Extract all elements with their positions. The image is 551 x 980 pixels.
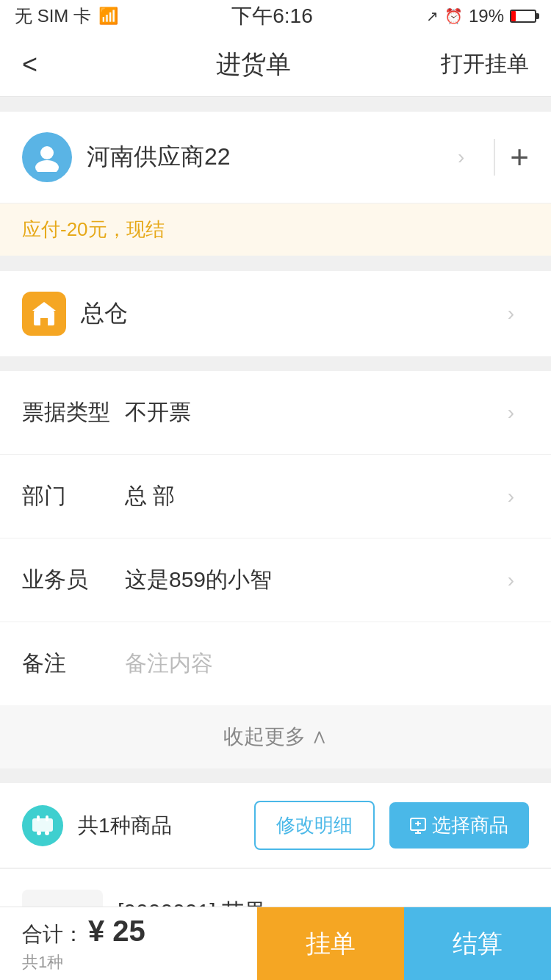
supplier-chevron-icon: › bbox=[458, 145, 464, 169]
footer-total: 合计： ¥ 25 共1种 bbox=[0, 915, 257, 973]
section-gap-4 bbox=[0, 768, 551, 783]
total-value: ¥ 25 bbox=[88, 915, 145, 948]
select-product-label: 选择商品 bbox=[432, 813, 508, 838]
status-bar-right: ↗ ⏰ 19% bbox=[426, 6, 536, 26]
supplier-row[interactable]: 河南供应商22 › + bbox=[0, 112, 551, 203]
nav-bar: < 进货单 打开挂单 bbox=[0, 32, 551, 97]
supplier-name: 河南供应商22 bbox=[87, 141, 458, 173]
supplier-icon bbox=[32, 143, 62, 172]
products-header: 共1种商品 修改明细 选择商品 bbox=[0, 783, 551, 868]
battery-icon bbox=[510, 10, 536, 23]
svg-point-8 bbox=[37, 831, 41, 835]
svg-rect-4 bbox=[40, 318, 48, 325]
department-chevron-icon: › bbox=[508, 485, 514, 508]
department-row[interactable]: 部门 总 部 › bbox=[0, 454, 551, 538]
warehouse-row[interactable]: 总仓 › bbox=[0, 271, 551, 356]
section-gap-3 bbox=[0, 356, 551, 371]
salesman-row[interactable]: 业务员 这是859的小智 › bbox=[0, 538, 551, 621]
salesman-value: 这是859的小智 bbox=[125, 565, 508, 595]
footer: 合计： ¥ 25 共1种 挂单 结算 bbox=[0, 907, 551, 980]
warehouse-chevron-icon: › bbox=[508, 302, 514, 325]
warehouse-icon bbox=[22, 292, 66, 336]
warehouse-name: 总仓 bbox=[81, 298, 508, 330]
warehouse-section: 总仓 › bbox=[0, 271, 551, 356]
salesman-label: 业务员 bbox=[22, 565, 125, 595]
open-pending-button[interactable]: 打开挂单 bbox=[441, 49, 529, 79]
svg-point-9 bbox=[45, 831, 49, 835]
svg-marker-3 bbox=[32, 302, 56, 311]
ticket-type-chevron-icon: › bbox=[508, 401, 514, 425]
remark-label: 备注 bbox=[22, 649, 125, 679]
notice-text: 应付-20元，现结 bbox=[22, 218, 165, 240]
svg-rect-7 bbox=[46, 815, 48, 821]
status-bar-left: 无 SIM 卡 📶 bbox=[15, 4, 118, 28]
edit-detail-button[interactable]: 修改明细 bbox=[254, 801, 375, 850]
supplier-avatar bbox=[22, 132, 72, 182]
supplier-section: 河南供应商22 › + 应付-20元，现结 bbox=[0, 112, 551, 256]
department-value: 总 部 bbox=[125, 481, 508, 511]
status-bar: 无 SIM 卡 📶 下午6:16 ↗ ⏰ 19% bbox=[0, 0, 551, 32]
svg-rect-5 bbox=[32, 818, 53, 832]
department-label: 部门 bbox=[22, 481, 125, 511]
svg-point-0 bbox=[40, 146, 54, 159]
salesman-chevron-icon: › bbox=[508, 569, 514, 592]
add-supplier-button[interactable]: + bbox=[510, 141, 529, 173]
wifi-icon: 📶 bbox=[98, 7, 118, 26]
select-product-icon bbox=[410, 818, 426, 834]
cart-icon bbox=[31, 814, 54, 837]
alarm-icon: ⏰ bbox=[444, 7, 463, 25]
form-section: 票据类型 不开票 › 部门 总 部 › 业务员 这是859的小智 › 备注 备注… bbox=[0, 371, 551, 705]
product-count-icon bbox=[22, 805, 63, 846]
select-product-button[interactable]: 选择商品 bbox=[389, 802, 529, 849]
product-count-text: 共1种商品 bbox=[78, 812, 240, 840]
carrier-label: 无 SIM 卡 bbox=[15, 4, 91, 28]
page-title: 进货单 bbox=[216, 48, 291, 82]
remark-row[interactable]: 备注 备注内容 bbox=[0, 621, 551, 705]
checkout-button[interactable]: 结算 bbox=[404, 907, 551, 981]
location-icon: ↗ bbox=[426, 7, 439, 25]
ticket-type-label: 票据类型 bbox=[22, 397, 125, 428]
svg-rect-6 bbox=[37, 815, 40, 821]
checkout-label: 结算 bbox=[453, 927, 503, 961]
collapse-label: 收起更多 ∧ bbox=[223, 723, 328, 751]
section-gap-1 bbox=[0, 97, 551, 112]
battery-percent: 19% bbox=[469, 6, 504, 26]
back-button[interactable]: < bbox=[22, 49, 66, 80]
collapse-row[interactable]: 收起更多 ∧ bbox=[0, 705, 551, 768]
total-amount: 合计： ¥ 25 bbox=[22, 915, 235, 948]
pending-label: 挂单 bbox=[306, 927, 356, 961]
pending-button[interactable]: 挂单 bbox=[257, 907, 404, 981]
remark-input[interactable]: 备注内容 bbox=[125, 649, 529, 679]
ticket-type-value: 不开票 bbox=[125, 397, 508, 428]
ticket-type-row[interactable]: 票据类型 不开票 › bbox=[0, 371, 551, 454]
warehouse-svg-icon bbox=[31, 300, 57, 327]
section-gap-2 bbox=[0, 256, 551, 271]
status-bar-time: 下午6:16 bbox=[231, 2, 313, 30]
notice-bar: 应付-20元，现结 bbox=[0, 203, 551, 256]
svg-point-1 bbox=[35, 160, 59, 172]
total-sub: 共1种 bbox=[22, 951, 235, 973]
divider bbox=[494, 139, 495, 176]
total-label: 合计： bbox=[22, 920, 84, 948]
